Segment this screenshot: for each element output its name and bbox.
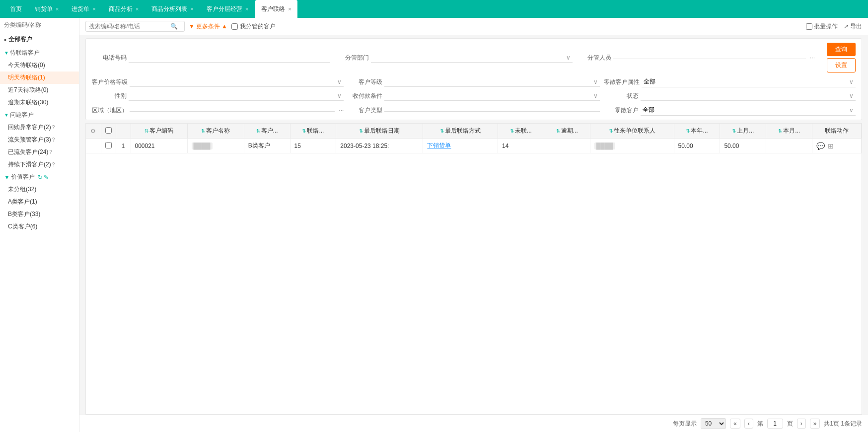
filter-retail-customer: 零散客户 全部 ∨ (604, 105, 856, 116)
main-search-input[interactable] (89, 23, 168, 30)
th-this-year[interactable]: ⇅本年... (674, 124, 720, 139)
th-code[interactable]: ⇅客户编码 (131, 124, 187, 139)
filter-action-buttons: 查询 设置 (823, 43, 856, 72)
th-unit-contact[interactable]: ⇅往来单位联系人 (590, 124, 674, 139)
more-conditions-btn[interactable]: ▼ 更多条件 ▲ (189, 22, 227, 31)
sidebar-item-repurchase-abnormal[interactable]: 回购异常客户(2) ? (0, 121, 79, 134)
sidebar-item-ungroup[interactable]: 未分组(32) (0, 183, 79, 196)
content-area: 🔍 ▼ 更多条件 ▲ 我分管的客户 批量操作 ↗ 导出 (79, 18, 868, 432)
status-label: 状态 (604, 92, 639, 100)
nav-purchase[interactable]: 进货单 × (66, 0, 101, 18)
group-problem-customers[interactable]: ▼ 问题客户 (0, 109, 79, 121)
close-sales-icon[interactable]: × (56, 6, 59, 12)
filter-phone: 电话号码 (92, 53, 330, 63)
refresh-icon[interactable]: ↻ (38, 174, 43, 181)
close-customer-contact-icon[interactable]: × (288, 6, 291, 12)
batch-checkbox[interactable] (806, 23, 812, 30)
page-suffix: 页 (787, 420, 793, 428)
nav-sales[interactable]: 销货单 × (29, 0, 65, 18)
row-check[interactable] (101, 139, 116, 153)
filter-customer-grade: 客户等级 ∨ (348, 77, 599, 87)
customer-type-select[interactable] (384, 109, 599, 112)
row-action: 💬 ⊞ (812, 139, 862, 153)
sidebar-search-input[interactable] (4, 21, 78, 28)
manager-dots[interactable]: ··· (810, 54, 815, 61)
phone-input[interactable] (129, 53, 330, 63)
first-page-btn[interactable]: « (730, 419, 740, 429)
th-last-month[interactable]: ⇅上月... (720, 124, 766, 139)
batch-op-btn[interactable]: 批量操作 (806, 22, 838, 31)
sort-last-month-icon: ⇅ (732, 128, 736, 134)
status-select[interactable]: ∨ (641, 91, 856, 101)
edit-icon[interactable]: ✎ (44, 174, 49, 181)
top-nav: 首页 销货单 × 进货单 × 商品分析 × 商品分析列表 × 客户分层经营 × … (0, 0, 868, 18)
th-contacts[interactable]: ⇅联络... (290, 124, 336, 139)
sidebar-item-7days[interactable]: 近7天待联络(0) (0, 84, 79, 96)
set-button[interactable]: 设置 (827, 58, 856, 72)
retail-customer-select[interactable]: 全部 ∨ (641, 105, 856, 116)
query-button[interactable]: 查询 (827, 43, 856, 56)
close-analysis-list-icon[interactable]: × (190, 6, 193, 12)
sidebar-item-type-c[interactable]: C类客户(6) (0, 220, 79, 233)
close-purchase-icon[interactable]: × (92, 6, 95, 12)
per-page-select[interactable]: 50 20 100 (701, 418, 726, 429)
nav-home[interactable]: 首页 (4, 0, 28, 18)
manager-select[interactable] (613, 57, 806, 59)
sidebar-item-today[interactable]: 今天待联络(0) (0, 59, 79, 72)
row-category: B类客户 (244, 139, 290, 153)
filter-row-2: 客户价格等级 ∨ 客户等级 ∨ 零散客户属性 全部 (92, 76, 856, 87)
row-num: 1 (116, 139, 131, 153)
row-last-date: 2023-05-23 18:25: (336, 139, 423, 153)
nav-customer-contact[interactable]: 客户联络 × (255, 0, 297, 18)
gender-select[interactable]: ∨ (129, 91, 344, 101)
grid-icon[interactable]: ⊞ (828, 142, 834, 150)
th-last-date[interactable]: ⇅最后联络日期 (336, 124, 423, 139)
sidebar-item-tomorrow[interactable]: 明天待联络(1) (0, 72, 79, 84)
row-code: 000021 (131, 139, 187, 153)
sidebar-item-type-a[interactable]: A类客户(1) (0, 196, 79, 208)
group-pending-contact[interactable]: ▼ 待联络客户 (0, 47, 79, 59)
sidebar-item-churn-warning[interactable]: 流失预警客户(3) ? (0, 134, 79, 146)
th-last-type[interactable]: ⇅最后联络方式 (423, 124, 498, 139)
retail-attr-select[interactable]: 全部 ∨ (642, 76, 856, 87)
th-this-month[interactable]: ⇅本月... (766, 124, 812, 139)
sidebar-item-declining[interactable]: 持续下滑客户(2) ? (0, 158, 79, 171)
th-name[interactable]: ⇅客户名称 (187, 124, 244, 139)
row-checkbox[interactable] (105, 142, 112, 148)
last-page-btn[interactable]: » (810, 419, 820, 429)
group-value-customers[interactable]: ▼ 价值客户 ↻ ✎ (0, 171, 79, 183)
payment-select[interactable]: ∨ (384, 91, 599, 101)
select-all-checkbox[interactable] (105, 127, 112, 134)
price-grade-chevron: ∨ (337, 78, 342, 85)
th-check[interactable] (101, 124, 116, 139)
main-search-icon[interactable]: 🔍 (170, 23, 178, 30)
nav-analysis[interactable]: 商品分析 × (103, 0, 145, 18)
th-category[interactable]: ⇅客户... (244, 124, 290, 139)
close-customer-tier-icon[interactable]: × (245, 6, 248, 12)
th-overdue[interactable]: ⇅逾期... (544, 124, 590, 139)
th-no-contact[interactable]: ⇅未联... (498, 124, 544, 139)
sidebar-item-churned[interactable]: 已流失客户(24) ? (0, 146, 79, 158)
region-select[interactable] (130, 109, 335, 112)
price-grade-label: 客户价格等级 (92, 78, 128, 86)
sidebar-item-overdue[interactable]: 逾期未联络(30) (0, 96, 79, 109)
price-grade-select[interactable]: ∨ (130, 77, 344, 87)
th-gear[interactable]: ⚙ (86, 124, 101, 139)
my-customers-checkbox[interactable]: 我分管的客户 (231, 22, 276, 31)
page-input[interactable] (767, 419, 783, 429)
sidebar-item-type-b[interactable]: B类客户(33) (0, 208, 79, 220)
close-analysis-icon[interactable]: × (136, 6, 139, 12)
prev-page-btn[interactable]: ‹ (744, 419, 753, 429)
table-header-row: ⚙ ⇅客户编码 ⇅客户名称 ⇅客户... ⇅联络... ⇅最后联络日期 ⇅最后联… (86, 124, 862, 139)
my-customers-check[interactable] (231, 23, 238, 30)
last-type-link[interactable]: 下销货单 (427, 142, 451, 149)
row-overdue (544, 139, 590, 153)
region-dots[interactable]: ··· (339, 107, 344, 114)
nav-analysis-list[interactable]: 商品分析列表 × (145, 0, 199, 18)
dept-select[interactable]: ∨ (371, 53, 573, 63)
customer-grade-select[interactable]: ∨ (384, 77, 599, 87)
next-page-btn[interactable]: › (797, 419, 806, 429)
export-btn[interactable]: ↗ 导出 (844, 22, 862, 31)
chat-icon[interactable]: 💬 (816, 142, 825, 150)
nav-customer-tier[interactable]: 客户分层经营 × (201, 0, 254, 18)
